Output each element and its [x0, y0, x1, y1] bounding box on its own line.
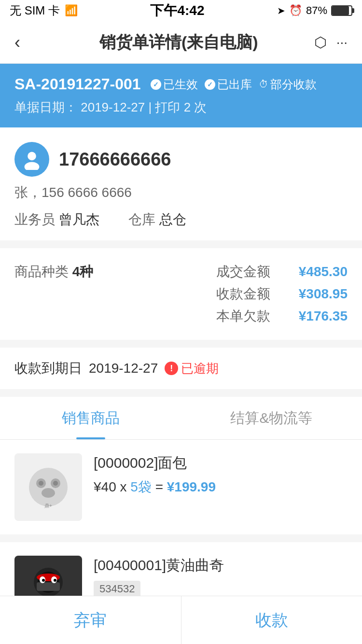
battery-text: 87%	[306, 4, 327, 17]
clock-icon: ⏱	[259, 79, 268, 90]
salesperson-value: 曾凡杰	[59, 210, 99, 229]
price-eq-1: =	[155, 479, 167, 494]
wifi-icon: 📶	[65, 4, 78, 17]
tab-indicator	[76, 437, 105, 439]
back-button[interactable]: ‹	[14, 32, 43, 53]
tab-products[interactable]: 销售商品	[0, 397, 181, 439]
price-total-1: ¥199.99	[167, 479, 216, 494]
avatar-icon	[21, 149, 42, 170]
more-button[interactable]: ···	[336, 35, 348, 50]
nav-bar: ‹ 销货单详情(来自电脑) ⬡ ···	[0, 21, 362, 64]
order-id: SA-20191227-001	[14, 75, 141, 93]
check-icon-1: ✓	[151, 79, 161, 90]
status-time: 下午4:42	[150, 1, 204, 20]
order-date: 单据日期： 2019-12-27 | 打印 2 次	[14, 99, 348, 116]
order-badges: ✓ 已生效 ✓ 已出库 ⏱ 部分收款	[151, 77, 317, 92]
debt-value: ¥176.35	[280, 308, 348, 324]
reject-button[interactable]: 弃审	[0, 596, 181, 644]
svg-point-2	[29, 468, 68, 506]
stats-left: 商品种类 4种	[14, 263, 93, 281]
received-amount-row: 收款金额 ¥308.95	[216, 285, 348, 303]
order-header-top: SA-20191227-001 ✓ 已生效 ✓ 已出库 ⏱ 部分收款	[14, 75, 348, 93]
overdue-icon: !	[165, 362, 178, 375]
check-icon-2: ✓	[205, 79, 215, 90]
gps-icon: ➤	[277, 5, 285, 16]
price-base-1: ¥40 x	[94, 479, 130, 494]
overdue-text: 已逾期	[181, 360, 219, 377]
collect-button[interactable]: 收款	[181, 596, 362, 644]
debt-amount-row: 本单欠款 ¥176.35	[216, 307, 348, 325]
nav-actions: ⬡ ···	[314, 34, 348, 51]
salesperson-item: 业务员 曾凡杰	[14, 210, 99, 229]
transaction-label: 成交金额	[216, 263, 270, 281]
salesperson-label: 业务员	[14, 210, 55, 229]
customer-meta: 业务员 曾凡杰 仓库 总仓	[14, 210, 348, 229]
svg-point-16	[42, 579, 45, 582]
share-button[interactable]: ⬡	[314, 34, 327, 51]
product-tag-2: 534532	[94, 581, 140, 597]
received-value: ¥308.95	[280, 286, 348, 302]
transaction-amount-row: 成交金额 ¥485.30	[216, 263, 348, 281]
tab-settlement[interactable]: 结算&物流等	[181, 397, 362, 439]
status-bar: 无 SIM 卡 📶 下午4:42 ➤ ⏰ 87%	[0, 0, 362, 21]
svg-point-1	[25, 162, 40, 170]
customer-section: 17666666666 张，156 6666 6666 业务员 曾凡杰 仓库 总…	[0, 127, 362, 240]
warehouse-item: 仓库 总仓	[128, 210, 186, 229]
tabs-section: 销售商品 结算&物流等	[0, 397, 362, 440]
customer-contact: 张，156 6666 6666	[14, 183, 348, 202]
due-section: 收款到期日 2019-12-27 ! 已逾期	[0, 348, 362, 389]
price-qty-1: 5袋	[130, 479, 152, 494]
status-right: ➤ ⏰ 87%	[277, 4, 352, 17]
order-header: SA-20191227-001 ✓ 已生效 ✓ 已出库 ⏱ 部分收款 单据日期：…	[0, 64, 362, 127]
svg-text:鼎+: 鼎+	[44, 503, 52, 508]
product-types-label: 商品种类	[14, 264, 69, 279]
status-left: 无 SIM 卡 📶	[10, 3, 78, 18]
svg-point-7	[42, 488, 55, 498]
battery-icon	[331, 5, 352, 16]
product-placeholder-icon: 鼎+	[24, 463, 72, 511]
alarm-icon: ⏰	[289, 4, 302, 17]
carrier-text: 无 SIM 卡	[10, 3, 60, 18]
bottom-actions: 弃审 收款	[0, 596, 362, 644]
product-info-1: [0000002]面包 ¥40 x 5袋 = ¥199.99	[94, 453, 348, 496]
svg-point-6	[53, 481, 58, 486]
badge-partial: ⏱ 部分收款	[259, 77, 317, 92]
product-code-2: [00400001]黄油曲奇	[94, 556, 348, 575]
due-date: 2019-12-27	[89, 361, 158, 376]
product-price-1: ¥40 x 5袋 = ¥199.99	[94, 478, 348, 496]
due-label: 收款到期日	[14, 359, 82, 378]
battery-fill	[332, 6, 349, 15]
product-card-1: 鼎+ [0000002]面包 ¥40 x 5袋 = ¥199.99	[0, 440, 362, 534]
svg-rect-13	[37, 582, 60, 591]
svg-point-17	[54, 579, 56, 582]
transaction-value: ¥485.30	[280, 264, 348, 280]
stats-section: 商品种类 4种 成交金额 ¥485.30 收款金额 ¥308.95 本单欠款 ¥…	[0, 248, 362, 340]
badge-effective: ✓ 已生效	[151, 77, 198, 92]
warehouse-label: 仓库	[128, 210, 155, 229]
debt-label: 本单欠款	[216, 307, 270, 325]
overdue-badge: ! 已逾期	[165, 360, 219, 377]
page-title: 销货单详情(来自电脑)	[43, 31, 314, 54]
avatar	[14, 142, 49, 177]
received-label: 收款金额	[216, 285, 270, 303]
product-img-1: 鼎+	[14, 453, 82, 521]
customer-phone: 17666666666	[59, 149, 171, 170]
warehouse-value: 总仓	[159, 210, 186, 229]
product-types-value: 4种	[72, 264, 94, 279]
stats-right: 成交金额 ¥485.30 收款金额 ¥308.95 本单欠款 ¥176.35	[216, 263, 348, 325]
svg-point-5	[39, 481, 43, 486]
product-code-1: [0000002]面包	[94, 453, 348, 473]
customer-top: 17666666666	[14, 142, 348, 177]
badge-shipped: ✓ 已出库	[205, 77, 252, 92]
svg-point-0	[28, 152, 36, 161]
